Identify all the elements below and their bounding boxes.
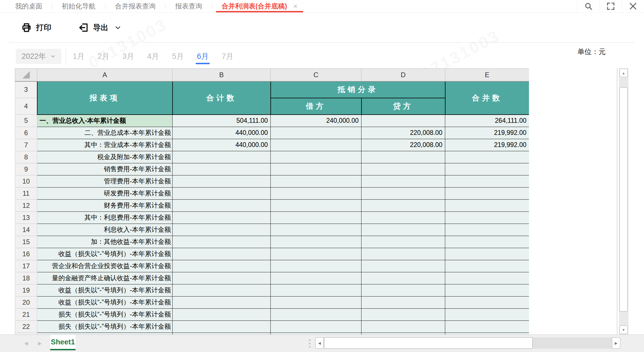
cell-debit[interactable] xyxy=(271,139,361,151)
cell-consolidated[interactable] xyxy=(445,224,529,236)
cell-total[interactable] xyxy=(173,260,271,272)
row-number[interactable]: 12 xyxy=(15,199,37,211)
cell-consolidated[interactable] xyxy=(445,260,529,272)
row-number[interactable]: 18 xyxy=(15,272,37,284)
cell-consolidated[interactable] xyxy=(445,151,529,163)
tab-consolidated-report-query[interactable]: 合并报表查询 xyxy=(109,0,161,12)
cell-report-item[interactable]: 收益（损失以“-”号填列）-本年累计金额 xyxy=(37,284,173,296)
cell-total[interactable] xyxy=(173,296,271,308)
tab-report-query[interactable]: 报表查询 xyxy=(169,0,208,12)
cell-consolidated[interactable] xyxy=(445,175,529,187)
month-tab-6-active[interactable]: 6月 xyxy=(196,51,209,61)
cell-consolidated[interactable] xyxy=(445,199,529,211)
row-number[interactable]: 11 xyxy=(15,187,37,199)
cell-debit[interactable] xyxy=(271,175,361,187)
sheet-prev-arrow-icon[interactable]: ◀ xyxy=(24,340,28,346)
month-tab-1[interactable]: 1月 xyxy=(72,51,85,61)
vertical-scrollbar-thumb[interactable] xyxy=(619,87,628,311)
row-number[interactable]: 17 xyxy=(15,260,37,272)
cell-report-item[interactable]: 加：其他收益-本年累计金额 xyxy=(37,236,173,248)
cell-total[interactable] xyxy=(173,151,271,163)
cell-debit[interactable] xyxy=(271,260,361,272)
cell-credit[interactable] xyxy=(361,248,445,260)
cell-consolidated[interactable] xyxy=(445,248,529,260)
search-icon[interactable] xyxy=(577,0,599,12)
cell-debit[interactable] xyxy=(271,333,361,335)
cell-report-item[interactable]: 二、营业总成本-本年累计金额 xyxy=(37,127,173,139)
year-select[interactable]: 2022年 xyxy=(16,49,61,64)
cell-report-item[interactable]: 管理费用-本年累计金额 xyxy=(37,175,173,187)
cell-credit[interactable] xyxy=(361,115,445,127)
tab-init-nav[interactable]: 初始化导航 xyxy=(56,0,101,12)
vertical-scrollbar[interactable]: ▲ ▼ xyxy=(619,68,628,335)
cell-report-item[interactable]: 收益（损失以“-”号填列）-本年累计金额 xyxy=(37,296,173,308)
select-all-corner[interactable] xyxy=(15,69,37,81)
cell-consolidated[interactable] xyxy=(445,284,529,296)
cell-debit[interactable]: 240,000.00 xyxy=(271,115,361,127)
column-header-B[interactable]: B xyxy=(173,69,271,81)
cell-total[interactable]: 504,111.00 xyxy=(173,115,271,127)
cell-debit[interactable] xyxy=(271,187,361,199)
cell-consolidated[interactable] xyxy=(445,308,529,320)
cell-consolidated[interactable]: 264,111.00 xyxy=(445,115,529,127)
cell-total[interactable]: 440,000.00 xyxy=(173,139,271,151)
column-header-E[interactable]: E xyxy=(445,69,529,81)
cell-total[interactable] xyxy=(173,284,271,296)
cell-total[interactable] xyxy=(173,320,271,333)
cell-consolidated[interactable] xyxy=(445,211,529,224)
cell-consolidated[interactable] xyxy=(445,296,529,308)
cell-total[interactable]: 440,000.00 xyxy=(173,127,271,139)
row-number[interactable]: 8 xyxy=(15,151,37,163)
row-number[interactable]: 6 xyxy=(15,127,37,139)
cell-credit[interactable] xyxy=(361,272,445,284)
row-number[interactable]: 15 xyxy=(15,236,37,248)
row-number[interactable]: 19 xyxy=(15,284,37,296)
cell-credit[interactable] xyxy=(361,236,445,248)
sheet-tab[interactable]: Sheet1 xyxy=(50,335,76,350)
cell-total[interactable] xyxy=(173,248,271,260)
row-number[interactable]: 10 xyxy=(15,175,37,187)
tab-my-desktop[interactable]: 我的桌面 xyxy=(10,0,48,12)
cell-consolidated[interactable] xyxy=(445,163,529,175)
cell-total[interactable] xyxy=(173,236,271,248)
row-number[interactable]: 16 xyxy=(15,248,37,260)
sheet-next-arrow-icon[interactable]: ▶ xyxy=(38,340,42,346)
cell-credit[interactable] xyxy=(361,187,445,199)
cell-total[interactable] xyxy=(173,199,271,211)
column-header-C[interactable]: C xyxy=(271,69,361,81)
cell-debit[interactable] xyxy=(271,211,361,224)
cell-credit[interactable] xyxy=(361,296,445,308)
cell-total[interactable] xyxy=(173,163,271,175)
cell-total[interactable] xyxy=(173,211,271,224)
cell-debit[interactable] xyxy=(271,163,361,175)
cell-debit[interactable] xyxy=(271,320,361,333)
cell-debit[interactable] xyxy=(271,151,361,163)
tab-consolidated-profit-active[interactable]: 合并利润表(合并底稿) × xyxy=(216,0,303,12)
cell-report-item[interactable]: 量的金融资产终止确认收益-本年累计金额 xyxy=(37,272,173,284)
scroll-left-button[interactable]: ◀ xyxy=(315,337,324,349)
scroll-up-button[interactable]: ▲ xyxy=(619,69,628,77)
horizontal-scrollbar[interactable]: ◀ ▶ xyxy=(315,337,620,349)
month-tab-4[interactable]: 4月 xyxy=(147,51,160,61)
cell-consolidated[interactable]: 219,992.00 xyxy=(445,127,529,139)
row-number[interactable]: 23 xyxy=(15,333,37,335)
row-number[interactable]: 21 xyxy=(15,308,37,320)
cell-report-item[interactable]: 一、营业总收入-本年累计金额 xyxy=(37,115,173,127)
cell-debit[interactable] xyxy=(271,199,361,211)
cell-credit[interactable]: 220,008.00 xyxy=(361,139,445,151)
cell-total[interactable] xyxy=(173,333,271,335)
cell-credit[interactable] xyxy=(361,151,445,163)
close-icon[interactable] xyxy=(622,0,644,12)
row-number[interactable]: 20 xyxy=(15,296,37,308)
cell-report-item[interactable]: 收益（损失以“-”号填列）-本年累计金额 xyxy=(37,333,173,335)
cell-report-item[interactable]: 其中：利息费用-本年累计金额 xyxy=(37,211,173,224)
month-tab-2[interactable]: 2月 xyxy=(97,51,110,61)
cell-total[interactable] xyxy=(173,187,271,199)
row-number[interactable]: 22 xyxy=(15,320,37,333)
cell-debit[interactable] xyxy=(271,224,361,236)
cell-total[interactable] xyxy=(173,175,271,187)
cell-report-item[interactable]: 财务费用-本年累计金额 xyxy=(37,199,173,211)
cell-report-item[interactable]: 营企业和合营企业投资收益-本年累计金额 xyxy=(37,260,173,272)
cell-credit[interactable] xyxy=(361,224,445,236)
row-number-3[interactable]: 3 xyxy=(15,81,37,98)
